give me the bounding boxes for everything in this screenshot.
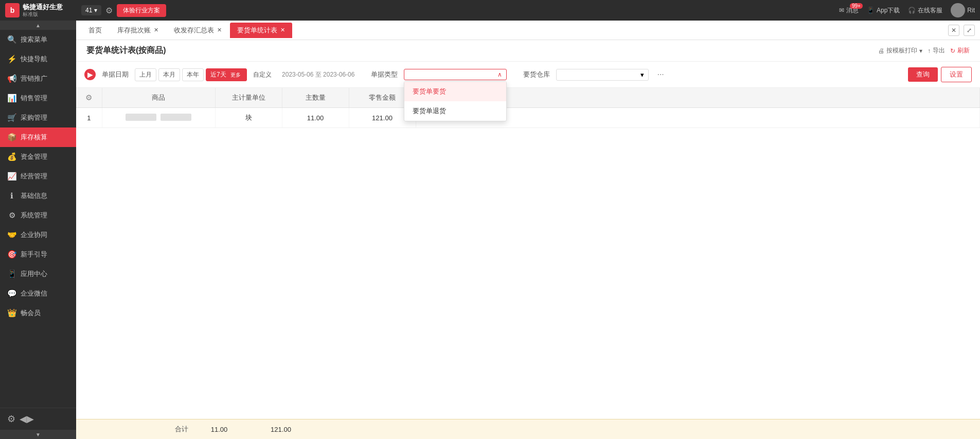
settings-button[interactable]: 设置 bbox=[941, 67, 972, 82]
sidebar-icon: 🛒 bbox=[7, 113, 16, 122]
more-filter-btn[interactable]: ··· bbox=[657, 70, 664, 79]
sidebar-icon: ⚙ bbox=[7, 211, 16, 220]
dropdown-item-return[interactable]: 要货单退货 bbox=[404, 101, 506, 121]
main-layout: ▲ 🔍搜索菜单⚡快捷导航📢营销推广📊销售管理🛒采购管理📦库存核算💰资金管理📈经营… bbox=[0, 21, 980, 439]
th-gear[interactable]: ⚙ bbox=[76, 88, 102, 108]
date-this-year-btn[interactable]: 本年 bbox=[182, 68, 204, 81]
gear-icon[interactable]: ⚙ bbox=[105, 6, 113, 15]
sidebar-icon: 🤝 bbox=[7, 230, 16, 240]
sidebar-icon: ⚡ bbox=[7, 54, 16, 64]
sidebar-item-系统管理[interactable]: ⚙系统管理 bbox=[0, 206, 76, 225]
warehouse-filter-select[interactable]: ▾ bbox=[556, 69, 649, 81]
tab-close-icon[interactable]: ✕ bbox=[280, 27, 285, 33]
print-btn[interactable]: 🖨 按模板打印 ▾ bbox=[878, 46, 922, 55]
app-icon: 📱 bbox=[867, 7, 875, 14]
tab-label: 要货单统计表 bbox=[237, 26, 277, 35]
type-filter-select[interactable]: ∧ bbox=[404, 69, 507, 80]
message-btn[interactable]: ✉ 消息 99+ bbox=[839, 6, 859, 15]
footer-quantity: 11.00 bbox=[188, 426, 250, 433]
sidebar-label: 畅会员 bbox=[21, 308, 41, 318]
sidebar-label: 库存核算 bbox=[21, 133, 47, 142]
sidebar-scroll-down[interactable]: ▼ bbox=[0, 430, 76, 439]
sidebar-item-营销推广[interactable]: 📢营销推广 bbox=[0, 69, 76, 88]
sidebar-item-搜索菜单[interactable]: 🔍搜索菜单 bbox=[0, 30, 76, 49]
trial-button[interactable]: 体验行业方案 bbox=[117, 4, 166, 17]
sidebar-item-畅会员[interactable]: 👑畅会员 bbox=[0, 303, 76, 323]
message-icon: ✉ bbox=[839, 7, 844, 14]
hot-badge: 更多 bbox=[229, 72, 242, 78]
row-quantity: 11.00 bbox=[282, 108, 349, 128]
dropdown-item-order[interactable]: 要货单要货 bbox=[404, 82, 506, 101]
refresh-btn[interactable]: ↻ 刷新 bbox=[950, 46, 970, 55]
sidebar-item-经营管理[interactable]: 📈经营管理 bbox=[0, 167, 76, 186]
type-filter-label: 单据类型 bbox=[371, 70, 398, 79]
sidebar-item-采购管理[interactable]: 🛒采购管理 bbox=[0, 108, 76, 127]
sidebar-label: 搜索菜单 bbox=[21, 35, 47, 44]
tab-label: 库存批次账 bbox=[117, 26, 151, 35]
page-area: 首页库存批次账 ✕收发存汇总表 ✕要货单统计表 ✕ ✕ ⤢ 要货单统计表(按商品… bbox=[76, 21, 980, 439]
table-head: ⚙ 商品 主计量单位 主数量 零售金额 bbox=[76, 88, 980, 108]
date-this-month-btn[interactable]: 本月 bbox=[158, 68, 180, 81]
sidebar-icon: 💰 bbox=[7, 152, 16, 161]
app-download-btn[interactable]: 📱 App下载 bbox=[867, 6, 900, 15]
sidebar-label: 资金管理 bbox=[21, 152, 47, 161]
product-placeholder bbox=[126, 114, 156, 121]
brand-sub: 标准版 bbox=[23, 11, 63, 17]
filter-expand-btn[interactable]: ▶ bbox=[84, 69, 96, 80]
sidebar-item-企业微信[interactable]: 💬企业微信 bbox=[0, 284, 76, 303]
tab-库存批次账[interactable]: 库存批次账 ✕ bbox=[110, 23, 166, 38]
tab-收发存汇总表[interactable]: 收发存汇总表 ✕ bbox=[167, 23, 229, 38]
sidebar-icon: 📈 bbox=[7, 172, 16, 181]
type-arrow-icon: ∧ bbox=[497, 71, 502, 78]
sidebar-item-销售管理[interactable]: 📊销售管理 bbox=[0, 88, 76, 108]
sidebar-icon: 👑 bbox=[7, 308, 16, 318]
store-selector[interactable]: 41 ▾ bbox=[81, 5, 101, 15]
sidebar-scroll-up[interactable]: ▲ bbox=[0, 21, 76, 30]
sidebar-label: 系统管理 bbox=[21, 211, 47, 220]
product-placeholder2 bbox=[161, 114, 191, 121]
user-menu[interactable]: Rit bbox=[951, 3, 975, 17]
header-right: ✉ 消息 99+ 📱 App下载 🎧 在线客服 Rit bbox=[839, 3, 975, 17]
user-label: Rit bbox=[967, 7, 975, 14]
sidebar-icon: 🔍 bbox=[7, 35, 16, 44]
date-7days-btn[interactable]: 近7天 更多 bbox=[206, 68, 247, 81]
tab-close-icon[interactable]: ✕ bbox=[217, 27, 222, 33]
sidebar-item-企业协同[interactable]: 🤝企业协同 bbox=[0, 225, 76, 245]
sidebar-label: 快捷导航 bbox=[21, 54, 47, 64]
data-table: ⚙ 商品 主计量单位 主数量 零售金额 1 bbox=[76, 88, 980, 128]
settings-bottom-icon[interactable]: ⚙ bbox=[7, 413, 15, 425]
print-icon: 🖨 bbox=[878, 47, 884, 54]
tab-controls: ✕ ⤢ bbox=[948, 25, 975, 36]
sidebar-item-库存核算[interactable]: 📦库存核算 bbox=[0, 127, 76, 147]
table-row: 1 块 11.00 121.00 bbox=[76, 108, 980, 128]
export-btn[interactable]: ↑ 导出 bbox=[928, 46, 945, 55]
sidebar-icon: ℹ bbox=[7, 191, 16, 200]
tab-close-all-btn[interactable]: ✕ bbox=[948, 25, 959, 36]
message-badge: 99+ bbox=[850, 3, 863, 9]
page-title-bar: 要货单统计表(按商品) 🖨 按模板打印 ▾ ↑ 导出 ↻ 刷新 bbox=[76, 40, 980, 62]
tab-bar: 首页库存批次账 ✕收发存汇总表 ✕要货单统计表 ✕ ✕ ⤢ bbox=[76, 21, 980, 40]
query-button[interactable]: 查询 bbox=[908, 67, 938, 82]
sidebar-label: 营销推广 bbox=[21, 74, 47, 83]
sidebar-item-资金管理[interactable]: 💰资金管理 bbox=[0, 147, 76, 167]
tab-close-icon[interactable]: ✕ bbox=[154, 27, 158, 33]
tab-expand-btn[interactable]: ⤢ bbox=[964, 25, 975, 36]
sidebar-item-基础信息[interactable]: ℹ基础信息 bbox=[0, 186, 76, 206]
tab-首页[interactable]: 首页 bbox=[81, 23, 109, 38]
tab-要货单统计表[interactable]: 要货单统计表 ✕ bbox=[230, 23, 292, 38]
service-btn[interactable]: 🎧 在线客服 bbox=[908, 6, 942, 15]
footer-amount: 121.00 bbox=[250, 426, 312, 433]
sidebar-label: 经营管理 bbox=[21, 172, 47, 181]
sidebar-item-新手引导[interactable]: 🎯新手引导 bbox=[0, 245, 76, 264]
date-last-month-btn[interactable]: 上月 bbox=[135, 68, 156, 81]
brand-main: 畅捷通好生意 bbox=[23, 3, 63, 11]
date-custom-btn[interactable]: 自定义 bbox=[249, 69, 276, 81]
export-label: 导出 bbox=[933, 46, 945, 55]
tab-label: 收发存汇总表 bbox=[174, 26, 214, 35]
table-container: ⚙ 商品 主计量单位 主数量 零售金额 1 bbox=[76, 88, 980, 419]
top-header: b 畅捷通好生意 标准版 41 ▾ ⚙ 体验行业方案 ✉ 消息 99+ 📱 Ap… bbox=[0, 0, 980, 21]
collapse-icon[interactable]: ◀▶ bbox=[20, 413, 34, 425]
sidebar-icon: 📦 bbox=[7, 133, 16, 142]
sidebar-item-快捷导航[interactable]: ⚡快捷导航 bbox=[0, 49, 76, 69]
sidebar-item-应用中心[interactable]: 📱应用中心 bbox=[0, 264, 76, 284]
